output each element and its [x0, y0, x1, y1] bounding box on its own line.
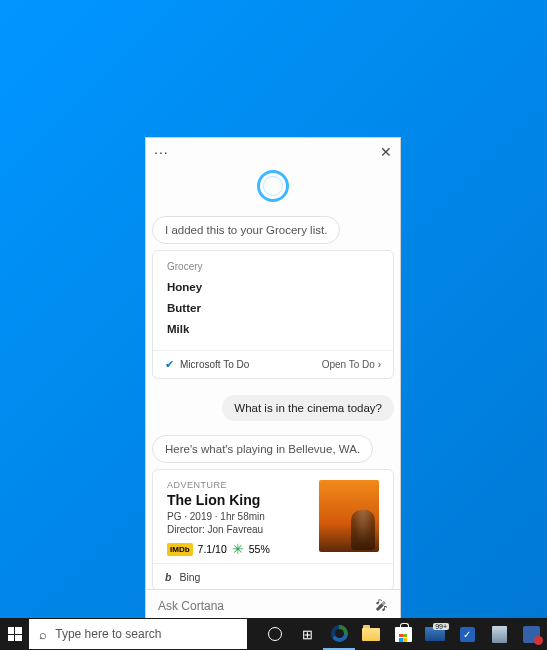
- grocery-card[interactable]: Grocery Honey Butter Milk ✔ Microsoft To…: [152, 250, 394, 379]
- grocery-list-label: Grocery: [167, 261, 379, 272]
- microsoft-store-button[interactable]: [387, 618, 419, 650]
- imdb-badge: IMDb: [167, 543, 193, 556]
- movie-card[interactable]: ADVENTURE The Lion King PG · 2019 · 1hr …: [152, 469, 394, 589]
- open-todo-link[interactable]: Open To Do ›: [322, 359, 381, 370]
- rt-score: 55%: [249, 543, 270, 555]
- assistant-message: Here's what's playing in Bellevue, WA.: [152, 435, 373, 463]
- circle-icon: [268, 627, 282, 641]
- app-icon: [523, 626, 540, 643]
- start-button[interactable]: [0, 618, 29, 650]
- taskbar-search[interactable]: ⌕ Type here to search: [29, 619, 247, 649]
- bing-label: Bing: [179, 571, 200, 583]
- todo-app-button[interactable]: [451, 618, 483, 650]
- cortana-ring-icon: [257, 170, 289, 202]
- todo-app-label: Microsoft To Do: [180, 359, 249, 370]
- task-view-button[interactable]: ⊞: [291, 618, 323, 650]
- app-button[interactable]: [515, 618, 547, 650]
- menu-button[interactable]: ···: [154, 144, 169, 160]
- movie-title: The Lion King: [167, 492, 309, 508]
- movie-meta: PG · 2019 · 1hr 58min: [167, 511, 309, 522]
- input-bar: 🎤︎: [146, 589, 400, 621]
- cortana-window: ··· ✕ I added this to your Grocery list.…: [145, 137, 401, 622]
- cortana-taskbar-button[interactable]: [259, 618, 291, 650]
- rotten-tomatoes-icon: ✳: [232, 541, 244, 557]
- cortana-logo: [146, 166, 400, 212]
- todo-icon: [460, 627, 475, 642]
- file-explorer-button[interactable]: [355, 618, 387, 650]
- movie-director: Director: Jon Favreau: [167, 524, 309, 535]
- window-header: ··· ✕: [146, 138, 400, 166]
- user-message: What is in the cinema today?: [222, 395, 394, 421]
- snip-tool-button[interactable]: [483, 618, 515, 650]
- assistant-message: I added this to your Grocery list.: [152, 216, 340, 244]
- search-icon: ⌕: [39, 627, 47, 642]
- movie-poster: [319, 480, 379, 552]
- store-icon: [395, 627, 412, 642]
- grocery-item: Butter: [167, 302, 379, 314]
- bing-source-link[interactable]: b Bing: [153, 563, 393, 589]
- mail-icon: 99+: [425, 627, 445, 641]
- chat-area: I added this to your Grocery list. Groce…: [146, 212, 400, 589]
- search-placeholder: Type here to search: [55, 627, 161, 641]
- taskbar: ⌕ Type here to search ⊞ 99+: [0, 618, 547, 650]
- bing-icon: b: [165, 571, 171, 583]
- ask-cortana-input[interactable]: [158, 599, 367, 613]
- snip-icon: [492, 626, 507, 643]
- edge-browser-button[interactable]: [323, 618, 355, 650]
- grocery-item: Honey: [167, 281, 379, 293]
- microphone-icon[interactable]: 🎤︎: [375, 598, 388, 613]
- check-icon: ✔: [165, 358, 174, 371]
- task-view-icon: ⊞: [302, 627, 313, 642]
- edge-icon: [331, 625, 348, 642]
- todo-app-link[interactable]: ✔ Microsoft To Do: [165, 358, 249, 371]
- folder-icon: [362, 628, 380, 641]
- imdb-score: 7.1/10: [198, 543, 227, 555]
- windows-logo-icon: [8, 627, 22, 641]
- movie-category: ADVENTURE: [167, 480, 309, 490]
- grocery-item: Milk: [167, 323, 379, 335]
- mail-button[interactable]: 99+: [419, 618, 451, 650]
- mail-badge: 99+: [433, 623, 449, 630]
- close-button[interactable]: ✕: [380, 144, 392, 160]
